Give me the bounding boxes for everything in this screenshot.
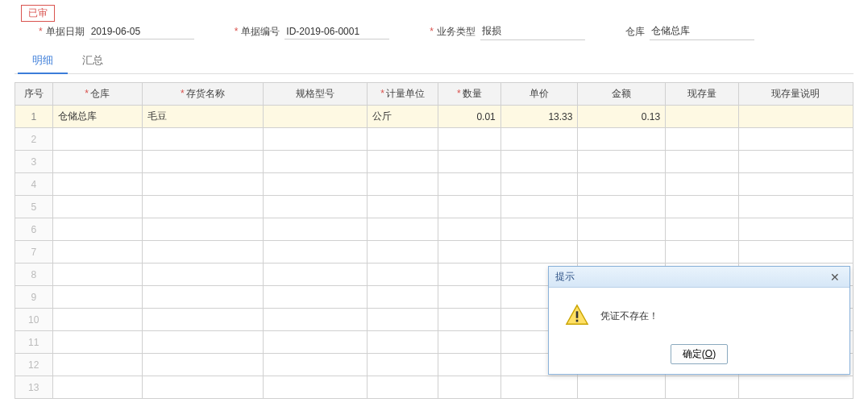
cell-empty[interactable] xyxy=(368,354,438,376)
cell-empty[interactable] xyxy=(142,196,263,218)
cell-empty[interactable] xyxy=(578,151,666,173)
cell-seq[interactable]: 3 xyxy=(15,151,53,173)
cell-seq[interactable]: 5 xyxy=(15,196,53,218)
cell-empty[interactable] xyxy=(142,331,263,354)
cell-empty[interactable] xyxy=(578,376,666,399)
cell-stock-note[interactable] xyxy=(738,106,853,128)
cell-empty[interactable] xyxy=(666,128,739,151)
cell-empty[interactable] xyxy=(368,151,438,173)
cell-empty[interactable] xyxy=(368,241,438,264)
cell-empty[interactable] xyxy=(438,354,501,376)
cell-empty[interactable] xyxy=(500,173,578,196)
cell-empty[interactable] xyxy=(142,241,263,264)
cell-empty[interactable] xyxy=(438,264,501,286)
table-row[interactable]: 2 xyxy=(15,128,853,151)
cell-empty[interactable] xyxy=(142,354,263,376)
cell-empty[interactable] xyxy=(368,218,438,241)
cell-empty[interactable] xyxy=(368,286,438,309)
cell-empty[interactable] xyxy=(263,151,367,173)
cell-empty[interactable] xyxy=(738,196,853,218)
cell-empty[interactable] xyxy=(52,376,142,399)
cell-empty[interactable] xyxy=(578,218,666,241)
cell-empty[interactable] xyxy=(368,173,438,196)
cell-spec[interactable] xyxy=(263,106,367,128)
cell-qty[interactable]: 0.01 xyxy=(438,106,501,128)
cell-empty[interactable] xyxy=(52,173,142,196)
table-row[interactable]: 6 xyxy=(15,218,853,241)
cell-stock[interactable] xyxy=(666,106,739,128)
cell-empty[interactable] xyxy=(368,196,438,218)
cell-empty[interactable] xyxy=(368,331,438,354)
cell-empty[interactable] xyxy=(52,196,142,218)
cell-empty[interactable] xyxy=(263,286,367,309)
cell-empty[interactable] xyxy=(438,376,501,399)
cell-empty[interactable] xyxy=(738,218,853,241)
cell-empty[interactable] xyxy=(738,128,853,151)
cell-empty[interactable] xyxy=(438,218,501,241)
cell-empty[interactable] xyxy=(368,264,438,286)
cell-empty[interactable] xyxy=(666,241,739,264)
cell-empty[interactable] xyxy=(52,241,142,264)
cell-empty[interactable] xyxy=(738,241,853,264)
tab-summary[interactable]: 汇总 xyxy=(68,48,118,73)
cell-price[interactable]: 13.33 xyxy=(500,106,578,128)
cell-empty[interactable] xyxy=(142,376,263,399)
cell-empty[interactable] xyxy=(438,241,501,264)
close-icon[interactable]: ✕ xyxy=(827,271,843,284)
cell-empty[interactable] xyxy=(500,376,578,399)
cell-empty[interactable] xyxy=(438,173,501,196)
cell-seq[interactable]: 13 xyxy=(15,376,53,399)
cell-empty[interactable] xyxy=(438,286,501,309)
cell-empty[interactable] xyxy=(263,173,367,196)
cell-empty[interactable] xyxy=(738,173,853,196)
cell-empty[interactable] xyxy=(578,173,666,196)
cell-empty[interactable] xyxy=(142,286,263,309)
cell-unit[interactable]: 公斤 xyxy=(368,106,438,128)
cell-empty[interactable] xyxy=(738,376,853,399)
date-value[interactable]: 2019-06-05 xyxy=(89,24,194,39)
table-row[interactable]: 13 xyxy=(15,376,853,399)
cell-empty[interactable] xyxy=(500,241,578,264)
cell-empty[interactable] xyxy=(142,309,263,331)
cell-seq[interactable]: 4 xyxy=(15,173,53,196)
cell-empty[interactable] xyxy=(500,151,578,173)
cell-seq[interactable]: 6 xyxy=(15,218,53,241)
cell-empty[interactable] xyxy=(52,331,142,354)
cell-empty[interactable] xyxy=(438,196,501,218)
cell-seq[interactable]: 12 xyxy=(15,354,53,376)
cell-empty[interactable] xyxy=(142,218,263,241)
cell-empty[interactable] xyxy=(52,309,142,331)
cell-empty[interactable] xyxy=(368,309,438,331)
cell-empty[interactable] xyxy=(666,376,739,399)
cell-empty[interactable] xyxy=(578,128,666,151)
cell-empty[interactable] xyxy=(438,151,501,173)
cell-empty[interactable] xyxy=(263,309,367,331)
table-row[interactable]: 1仓储总库毛豆公斤0.0113.330.13 xyxy=(15,106,853,128)
cell-empty[interactable] xyxy=(578,241,666,264)
cell-empty[interactable] xyxy=(263,241,367,264)
cell-empty[interactable] xyxy=(263,128,367,151)
cell-empty[interactable] xyxy=(368,376,438,399)
cell-empty[interactable] xyxy=(142,151,263,173)
table-row[interactable]: 4 xyxy=(15,173,853,196)
cell-empty[interactable] xyxy=(438,128,501,151)
ok-button[interactable]: 确定(O) xyxy=(671,344,728,364)
table-row[interactable]: 7 xyxy=(15,241,853,264)
cell-empty[interactable] xyxy=(52,286,142,309)
cell-empty[interactable] xyxy=(263,376,367,399)
cell-empty[interactable] xyxy=(263,331,367,354)
cell-seq[interactable]: 7 xyxy=(15,241,53,264)
cell-empty[interactable] xyxy=(52,218,142,241)
cell-seq[interactable]: 11 xyxy=(15,331,53,354)
cell-empty[interactable] xyxy=(666,196,739,218)
table-row[interactable]: 3 xyxy=(15,151,853,173)
warehouse-value[interactable]: 仓储总库 xyxy=(650,23,754,40)
cell-seq[interactable]: 2 xyxy=(15,128,53,151)
cell-empty[interactable] xyxy=(263,218,367,241)
cell-empty[interactable] xyxy=(263,264,367,286)
cell-empty[interactable] xyxy=(500,196,578,218)
cell-empty[interactable] xyxy=(52,354,142,376)
cell-empty[interactable] xyxy=(500,128,578,151)
cell-seq[interactable]: 1 xyxy=(15,106,53,128)
cell-empty[interactable] xyxy=(52,128,142,151)
